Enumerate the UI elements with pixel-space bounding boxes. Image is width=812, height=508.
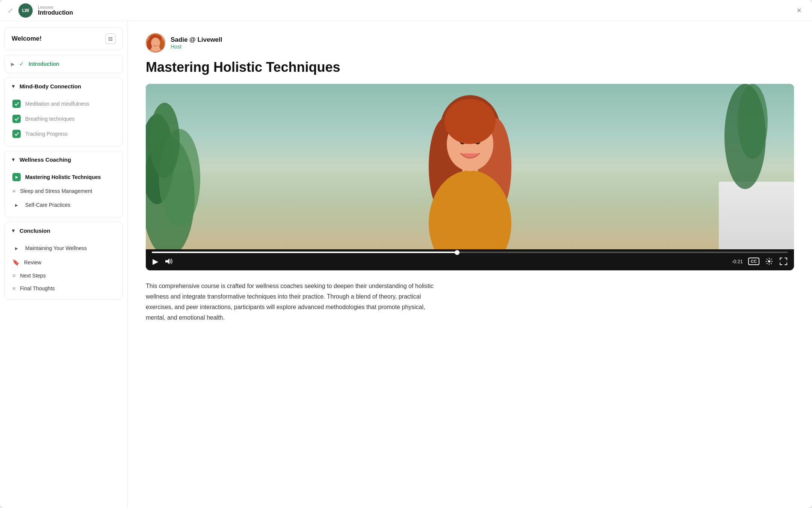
- mastering-label: Mastering Holistic Techniques: [25, 174, 101, 180]
- progress-dot: [455, 250, 460, 255]
- settings-button[interactable]: [765, 257, 774, 266]
- introduction-label: Introduction: [29, 61, 59, 67]
- video-controls: ▶ -0:21 CC: [146, 253, 794, 270]
- sidebar-collapse-button[interactable]: ⊟: [105, 33, 116, 44]
- content-area: Sadie @ Livewell Host Mastering Holistic…: [128, 21, 812, 508]
- intro-chevron-icon: ▶: [11, 61, 15, 67]
- lessons-label: Lessons: [38, 5, 73, 9]
- check-icon: [12, 115, 21, 123]
- play-outline-icon: ▶: [12, 244, 21, 252]
- lines-icon: ≡: [12, 273, 15, 279]
- list-item[interactable]: ≡ Final Thoughts: [5, 282, 122, 295]
- svg-point-17: [445, 99, 496, 144]
- check-icon: [12, 100, 21, 108]
- wellness-section-header[interactable]: ▼ Wellness Coaching: [5, 151, 122, 168]
- mind-body-section-header[interactable]: ▼ Mind-Body Connection: [5, 78, 122, 95]
- host-role: Host: [171, 44, 222, 50]
- main-layout: Welcome! ⊟ ▶ ✓ Introduction ▼ Mind-Body …: [0, 21, 812, 508]
- course-description: This comprehensive course is crafted for…: [146, 281, 439, 323]
- check-icon: [12, 130, 21, 138]
- play-button[interactable]: ▶: [152, 256, 159, 267]
- list-item[interactable]: ≡ Sleep and Stress Management: [5, 185, 122, 197]
- app-window: ⤢ LW Lessons Introduction × Welcome! ⊟ ▶: [0, 0, 812, 508]
- plant-left: [146, 84, 221, 249]
- list-item[interactable]: Tracking Progress: [5, 126, 122, 141]
- sidebar-section-conclusion: ▼ Conclusion ▶ Maintaining Your Wellness…: [5, 222, 123, 300]
- lines-icon: ≡: [12, 188, 15, 194]
- avatar: [146, 33, 165, 53]
- mind-body-chevron-icon: ▼: [11, 83, 16, 89]
- list-item[interactable]: ≡ Next Steps: [5, 269, 122, 282]
- conclusion-label: Conclusion: [20, 227, 50, 234]
- selfcare-label: Self-Care Practices: [25, 202, 71, 208]
- intro-check-icon: ✓: [19, 61, 24, 67]
- breathing-label: Breathing techniques: [25, 116, 75, 122]
- wellness-label: Wellness Coaching: [20, 156, 71, 163]
- cc-button[interactable]: CC: [748, 258, 759, 265]
- person-figure: [395, 84, 545, 249]
- sidebar-section-mind-body: ▼ Mind-Body Connection Meditation and mi…: [5, 77, 123, 146]
- wellness-items: Mastering Holistic Techniques ≡ Sleep an…: [5, 168, 122, 217]
- list-item[interactable]: Mastering Holistic Techniques: [5, 170, 122, 185]
- course-title: Mastering Holistic Techniques: [146, 59, 794, 75]
- title-bar: ⤢ LW Lessons Introduction ×: [0, 0, 812, 21]
- welcome-label: Welcome!: [12, 35, 42, 42]
- svg-point-19: [738, 84, 768, 159]
- svg-point-8: [150, 103, 180, 178]
- svg-point-4: [151, 38, 160, 48]
- resize-icon: ⤢: [8, 6, 13, 15]
- video-progress-bar[interactable]: [152, 252, 788, 253]
- video-progress-fill: [152, 252, 457, 253]
- current-lesson-title: Introduction: [38, 9, 73, 16]
- conclusion-chevron-icon: ▼: [11, 228, 16, 234]
- play-outline-icon: ▶: [12, 201, 21, 209]
- svg-marker-20: [165, 258, 169, 264]
- host-row: Sadie @ Livewell Host: [146, 33, 794, 53]
- play-active-icon: [12, 173, 21, 181]
- meditation-label: Meditation and mindfulness: [25, 101, 89, 107]
- nextsteps-label: Next Steps: [20, 273, 45, 279]
- sidebar-welcome-header: Welcome! ⊟: [5, 27, 123, 50]
- sidebar-section-wellness-coaching: ▼ Wellness Coaching Mastering Holistic T…: [5, 151, 123, 217]
- sleep-label: Sleep and Stress Management: [20, 188, 92, 194]
- conclusion-items: ▶ Maintaining Your Wellness 🔖 Review ≡ N…: [5, 239, 122, 299]
- plant-right: [719, 84, 771, 189]
- list-item[interactable]: ▶ Self-Care Practices: [5, 197, 122, 212]
- list-item[interactable]: 🔖 Review: [5, 256, 122, 269]
- host-name: Sadie @ Livewell: [171, 36, 222, 44]
- title-bar-titles: Lessons Introduction: [38, 5, 73, 16]
- volume-button[interactable]: [164, 257, 174, 265]
- close-button[interactable]: ×: [794, 4, 804, 17]
- title-bar-left: ⤢ LW Lessons Introduction: [8, 3, 73, 18]
- wellness-chevron-icon: ▼: [11, 157, 16, 162]
- video-progress-bar-container: [146, 249, 794, 253]
- finalthoughts-label: Final Thoughts: [20, 285, 54, 291]
- background-dresser: [719, 182, 794, 249]
- sidebar: Welcome! ⊟ ▶ ✓ Introduction ▼ Mind-Body …: [0, 21, 128, 508]
- maintaining-label: Maintaining Your Wellness: [25, 245, 87, 251]
- tracking-label: Tracking Progress: [25, 131, 68, 137]
- video-thumbnail: [146, 84, 794, 249]
- host-info: Sadie @ Livewell Host: [171, 36, 222, 50]
- list-item[interactable]: Breathing techniques: [5, 111, 122, 126]
- fullscreen-button[interactable]: [779, 257, 788, 266]
- mind-body-items: Meditation and mindfulness Breathing tec…: [5, 95, 122, 146]
- video-scene: [146, 84, 794, 249]
- bookmark-icon: 🔖: [12, 259, 20, 266]
- logo-icon: LW: [18, 3, 33, 18]
- sidebar-section-introduction: ▶ ✓ Introduction: [5, 55, 123, 73]
- time-display: -0:21: [732, 259, 743, 264]
- list-item[interactable]: Meditation and mindfulness: [5, 96, 122, 111]
- mind-body-label: Mind-Body Connection: [20, 83, 81, 89]
- svg-point-21: [768, 260, 770, 262]
- video-player: ▶ -0:21 CC: [146, 84, 794, 270]
- list-item[interactable]: ▶ Maintaining Your Wellness: [5, 241, 122, 256]
- introduction-item[interactable]: ▶ ✓ Introduction: [5, 55, 122, 73]
- review-label: Review: [24, 259, 41, 265]
- lines-icon: ≡: [12, 285, 15, 291]
- conclusion-section-header[interactable]: ▼ Conclusion: [5, 222, 122, 239]
